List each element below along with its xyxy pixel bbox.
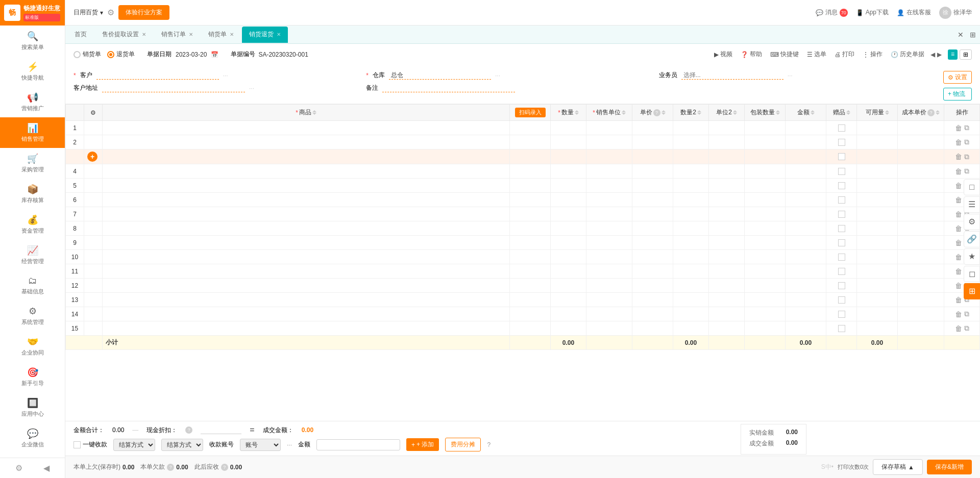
row-package-1[interactable] [745, 121, 786, 135]
row-price-9[interactable] [632, 236, 673, 250]
row-quantity-14[interactable] [551, 307, 586, 321]
calendar-icon[interactable]: 📅 [211, 51, 218, 58]
row-amount-11[interactable] [786, 264, 826, 279]
row-package-5[interactable] [745, 179, 786, 193]
row-quantity-6[interactable] [551, 193, 586, 207]
settings-button[interactable]: ⚙ 设置 [943, 71, 972, 84]
row-quantity-9[interactable] [551, 236, 586, 250]
app-download-button[interactable]: 📱 App下载 [856, 8, 889, 17]
row-quantity-10[interactable] [551, 250, 586, 264]
qty2-sort[interactable] [697, 110, 701, 115]
row-available-2[interactable] [857, 135, 898, 149]
sidebar-item-wechat[interactable]: 💬 企业微信 [0, 423, 65, 454]
gift-checkbox-9[interactable] [838, 239, 845, 246]
gift-checkbox-5[interactable] [838, 182, 845, 189]
expand-tabs-button[interactable]: ⊞ [968, 30, 978, 40]
tab-close-sales-delivery[interactable]: ✕ [230, 32, 234, 37]
warehouse-input[interactable] [389, 71, 491, 80]
right-panel-item-1[interactable]: □ [964, 179, 980, 195]
row-quantity-11[interactable] [551, 264, 586, 279]
row-amount-15[interactable] [786, 321, 826, 336]
row-price-5[interactable] [632, 179, 673, 193]
row-amount-3[interactable] [786, 149, 826, 164]
row-cost-11[interactable] [898, 264, 944, 279]
row-price-4[interactable] [632, 164, 673, 179]
right-panel-item-2[interactable]: ☰ [964, 196, 980, 213]
row-package-15[interactable] [745, 321, 786, 336]
row-price-13[interactable] [632, 293, 673, 307]
row-quantity-15[interactable] [551, 321, 586, 336]
copy-row-14[interactable]: ⧉ [964, 310, 969, 318]
tab-close-sale-price-settings[interactable]: ✕ [142, 32, 146, 37]
row-available-15[interactable] [857, 321, 898, 336]
row-unit2-11[interactable] [709, 264, 745, 279]
print-btn[interactable]: 🖨 打印 [832, 49, 856, 60]
sidebar-item-purchase[interactable]: 🛒 采购管理 [0, 148, 65, 179]
row-qty2-14[interactable] [673, 307, 709, 321]
row-quantity-13[interactable] [551, 293, 586, 307]
row-unit-10[interactable] [586, 250, 632, 264]
row-package-3[interactable] [745, 149, 786, 164]
row-amount-10[interactable] [786, 250, 826, 264]
row-unit2-13[interactable] [709, 293, 745, 307]
settings-icon[interactable]: ⚙ [15, 463, 22, 473]
one-click-collect-checkbox[interactable]: 一键收款 [74, 440, 107, 449]
operation-btn[interactable]: ⋮ 操作 [861, 49, 885, 60]
row-unit2-5[interactable] [709, 179, 745, 193]
save-new-button[interactable]: 保存&新增 [927, 460, 972, 474]
row-price-11[interactable] [632, 264, 673, 279]
row-qty2-11[interactable] [673, 264, 709, 279]
scan-button[interactable]: 扫码录入 [515, 108, 546, 117]
gift-checkbox-12[interactable] [838, 282, 845, 289]
copy-row-3[interactable]: ⧉ [964, 153, 969, 161]
table-gear-icon[interactable]: ⚙ [90, 109, 96, 116]
row-cost-9[interactable] [898, 236, 944, 250]
row-amount-6[interactable] [786, 193, 826, 207]
delete-row-9[interactable]: 🗑 [955, 239, 962, 247]
messages-button[interactable]: 💬 消息 70 [816, 8, 848, 17]
row-product-12[interactable] [103, 279, 510, 293]
row-package-6[interactable] [745, 193, 786, 207]
row-unit2-3[interactable] [709, 149, 745, 164]
row-available-12[interactable] [857, 279, 898, 293]
row-unit2-4[interactable] [709, 164, 745, 179]
gift-sort[interactable] [846, 110, 850, 115]
row-package-10[interactable] [745, 250, 786, 264]
right-panel-item-6[interactable]: ◻ [964, 266, 980, 282]
cost-split-button[interactable]: 费用分摊 [445, 438, 481, 451]
help-btn[interactable]: ❓ 帮助 [739, 49, 764, 60]
row-amount-13[interactable] [786, 293, 826, 307]
row-available-6[interactable] [857, 193, 898, 207]
delete-row-1[interactable]: 🗑 [955, 124, 962, 132]
sidebar-item-sales[interactable]: 📊 销售管理 [0, 117, 65, 148]
row-quantity-3[interactable] [551, 149, 586, 164]
row-cost-2[interactable] [898, 135, 944, 149]
row-unit-1[interactable] [586, 121, 632, 135]
row-price-14[interactable] [632, 307, 673, 321]
row-amount-4[interactable] [786, 164, 826, 179]
th-gear[interactable]: ⚙ [84, 105, 103, 121]
product-sort[interactable] [312, 110, 316, 115]
should-receive-help[interactable]: ? [221, 464, 228, 471]
daily-selector[interactable]: 日用百货 ▾ [74, 8, 103, 17]
address-select-dots[interactable]: ··· [249, 85, 254, 92]
sale-doc-radio[interactable]: 销货单 [74, 50, 101, 59]
row-available-10[interactable] [857, 250, 898, 264]
delete-row-11[interactable]: 🗑 [955, 267, 962, 275]
tab-home[interactable]: 首页 [67, 27, 94, 43]
amount-input[interactable] [316, 439, 400, 450]
account-select[interactable]: 账号 [240, 439, 281, 451]
row-product-11[interactable] [103, 264, 510, 279]
cash-discount-help[interactable]: ? [185, 426, 192, 434]
video-btn[interactable]: ▶ 视频 [712, 49, 734, 60]
row-amount-2[interactable] [786, 135, 826, 149]
price-sort[interactable] [662, 110, 666, 115]
cash-discount-input[interactable] [201, 426, 241, 434]
row-qty2-5[interactable] [673, 179, 709, 193]
sidebar-item-inventory[interactable]: 📦 库存核算 [0, 179, 65, 209]
row-amount-7[interactable] [786, 207, 826, 221]
row-package-14[interactable] [745, 307, 786, 321]
gift-checkbox-11[interactable] [838, 268, 845, 275]
row-cost-1[interactable] [898, 121, 944, 135]
row-price-8[interactable] [632, 221, 673, 236]
